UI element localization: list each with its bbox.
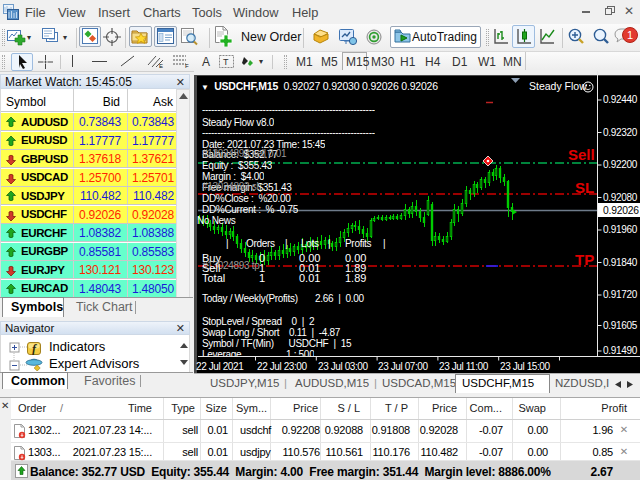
svg-text:E: E [159, 63, 163, 68]
svg-text:T: T [223, 57, 229, 67]
svg-text:F: F [185, 63, 189, 68]
svg-text:1: 1 [627, 29, 633, 41]
